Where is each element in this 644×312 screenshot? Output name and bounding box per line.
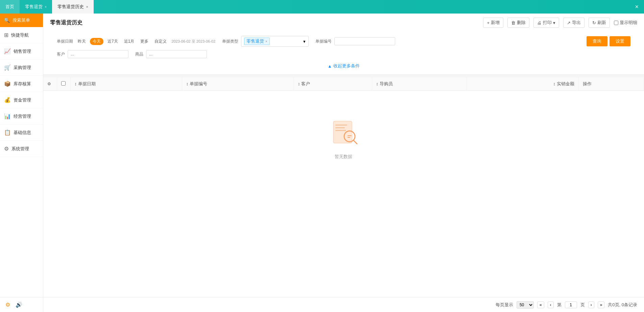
filter-row-1: 单据日期 昨天 今天 近7天 近1月 更多 自定义 2023-06-02 至 2…: [57, 36, 630, 47]
date-btn-1month[interactable]: 近1月: [122, 38, 137, 45]
export-icon: ↗: [567, 20, 571, 25]
page-size-select[interactable]: 20 50 100: [517, 301, 534, 309]
content-area: 零售退货历史 + 新增 🗑 删除 🖨 打印 ▾: [43, 14, 644, 312]
refresh-button[interactable]: ↻ 刷新: [589, 18, 610, 28]
sidebar-item-basic-info[interactable]: 📋 基础信息: [0, 125, 43, 141]
sidebar-search-label: 搜索菜单: [13, 17, 30, 23]
empty-row: 暂无数据: [43, 91, 644, 187]
voucher-no-input[interactable]: [334, 37, 395, 45]
collapse-filter-button[interactable]: ▲ 收起更多条件: [324, 62, 364, 70]
quick-nav-icon: ⊞: [4, 32, 8, 38]
date-btn-7days[interactable]: 近7天: [105, 38, 120, 45]
tab-retail-return-history[interactable]: 零售退货历史 ×: [52, 0, 93, 14]
pagination-bar: 每页显示 20 50 100 « ‹ 第 页 › » 共0页, 0条记录: [43, 297, 644, 312]
quick-nav-label: 快捷导航: [11, 32, 29, 38]
sidebar-nav: ⊞ 快捷导航 📈 销售管理 🛒 采购管理 📦 库存核算 💰 资金管理 📊: [0, 27, 43, 297]
next-page-button[interactable]: ›: [588, 302, 594, 308]
voucher-type-tag-close[interactable]: ×: [265, 40, 267, 43]
print-button[interactable]: 🖨 打印 ▾: [533, 18, 559, 28]
sidebar-item-operations[interactable]: 📊 经营管理: [0, 108, 43, 125]
th-guide[interactable]: ↕ 导购员: [372, 77, 467, 91]
sidebar-item-inventory[interactable]: 📦 库存核算: [0, 76, 43, 92]
sidebar-search-button[interactable]: 🔍 搜索菜单: [0, 14, 43, 27]
show-detail-checkbox[interactable]: [614, 21, 618, 25]
th-customer[interactable]: ↕ 客户: [293, 77, 372, 91]
finance-label: 资金管理: [14, 97, 31, 103]
empty-text: 暂无数据: [335, 154, 352, 160]
tab-retail-return-close[interactable]: ×: [45, 5, 47, 9]
settings-button[interactable]: 设置: [610, 36, 630, 46]
th-action: 操作: [578, 77, 644, 91]
tab-home[interactable]: 首页: [0, 0, 20, 14]
voucher-type-select[interactable]: 零售退货 × ▾: [241, 36, 309, 47]
last-page-button[interactable]: »: [598, 302, 605, 308]
voucher-no-filter: 单据编号: [315, 37, 395, 45]
settings-gear-icon[interactable]: ⚙: [5, 302, 10, 308]
tab-home-label: 首页: [5, 4, 14, 10]
system-icon: ⚙: [4, 146, 9, 152]
date-quick-select: 昨天 今天 近7天 近1月 更多 自定义: [76, 38, 169, 45]
show-detail-checkbox-label[interactable]: 显示明细: [614, 20, 637, 26]
voucher-type-tag-label: 零售退货: [246, 38, 264, 44]
svg-line-6: [353, 140, 357, 144]
prev-page-button[interactable]: ‹: [548, 302, 554, 308]
delete-icon: 🗑: [511, 20, 516, 25]
search-icon: 🔍: [4, 18, 10, 23]
customer-filter-label: 客户: [57, 51, 65, 57]
voucher-no-label: 单据编号: [315, 39, 332, 44]
inventory-label: 库存核算: [14, 81, 31, 87]
date-btn-yesterday[interactable]: 昨天: [76, 38, 88, 45]
filter-area: 单据日期 昨天 今天 近7天 近1月 更多 自定义 2023-06-02 至 2…: [50, 32, 637, 74]
export-button[interactable]: ↗ 导出: [563, 18, 585, 28]
operations-label: 经营管理: [14, 113, 31, 119]
table-container: ⚙ ↕ 单据日期 ↕ 单据编号 ↕ 客户: [43, 77, 644, 297]
data-table: ⚙ ↕ 单据日期 ↕ 单据编号 ↕ 客户: [43, 77, 644, 187]
sidebar-item-sales-mgmt[interactable]: 📈 销售管理: [0, 43, 43, 60]
date-range-text: 2023-06-02 至 2023-06-02: [171, 39, 215, 44]
first-page-button[interactable]: «: [537, 302, 544, 308]
th-voucher-no[interactable]: ↕ 单据编号: [182, 77, 293, 91]
empty-illustration: [327, 118, 360, 148]
page-number-input[interactable]: [565, 302, 577, 308]
customer-input[interactable]: [68, 50, 128, 58]
table-header-row: ⚙ ↕ 单据日期 ↕ 单据编号 ↕ 客户: [43, 77, 644, 91]
audio-icon[interactable]: 🔊: [16, 302, 22, 308]
th-voucher-no-label: ↕ 单据编号: [186, 81, 207, 86]
sidebar-item-purchase-mgmt[interactable]: 🛒 采购管理: [0, 60, 43, 76]
select-all-checkbox[interactable]: [61, 81, 66, 86]
add-button[interactable]: + 新增: [483, 18, 503, 28]
date-btn-more[interactable]: 更多: [138, 38, 150, 45]
voucher-type-label: 单据类型: [222, 39, 238, 44]
purchase-icon: 🛒: [4, 64, 11, 71]
th-date[interactable]: ↕ 单据日期: [70, 77, 182, 91]
print-dropdown-icon: ▾: [553, 20, 555, 25]
date-btn-custom[interactable]: 自定义: [152, 38, 169, 45]
main-layout: 🔍 搜索菜单 ⊞ 快捷导航 📈 销售管理 🛒 采购管理 📦 库存核算 💰: [0, 14, 644, 312]
svg-rect-7: [348, 135, 352, 136]
show-detail-label: 显示明细: [620, 20, 637, 26]
tab-retail-return-history-label: 零售退货历史: [57, 4, 84, 10]
toolbar: + 新增 🗑 删除 🖨 打印 ▾ ↗ 导出: [483, 18, 637, 28]
th-date-label: ↕ 单据日期: [75, 81, 96, 86]
query-button[interactable]: 查询: [587, 36, 607, 46]
th-customer-label: ↕ 客户: [298, 81, 310, 86]
goods-input[interactable]: [146, 50, 207, 58]
th-settings[interactable]: ⚙: [43, 77, 57, 91]
sales-label: 销售管理: [14, 48, 31, 54]
filter-row-2: 客户 商品: [57, 50, 630, 58]
tab-retail-return-history-close[interactable]: ×: [86, 5, 88, 9]
sidebar-item-system[interactable]: ⚙ 系统管理: [0, 141, 43, 157]
svg-rect-2: [335, 127, 345, 128]
finance-icon: 💰: [4, 97, 11, 103]
date-btn-today[interactable]: 今天: [90, 38, 103, 45]
voucher-type-dropdown-icon: ▾: [303, 39, 306, 44]
window-close-button[interactable]: ×: [629, 3, 644, 10]
sidebar-item-finance[interactable]: 💰 资金管理: [0, 92, 43, 108]
sidebar-item-quick-nav[interactable]: ⊞ 快捷导航: [0, 27, 43, 43]
delete-button[interactable]: 🗑 删除: [507, 18, 529, 28]
tab-retail-return[interactable]: 零售退货 ×: [20, 0, 52, 14]
th-amount-label: ↕ 实销金额: [553, 81, 574, 86]
sidebar: 🔍 搜索菜单 ⊞ 快捷导航 📈 销售管理 🛒 采购管理 📦 库存核算 💰: [0, 14, 43, 312]
th-amount[interactable]: ↕ 实销金额: [467, 77, 578, 91]
top-bar: 首页 零售退货 × 零售退货历史 × ×: [0, 0, 644, 14]
